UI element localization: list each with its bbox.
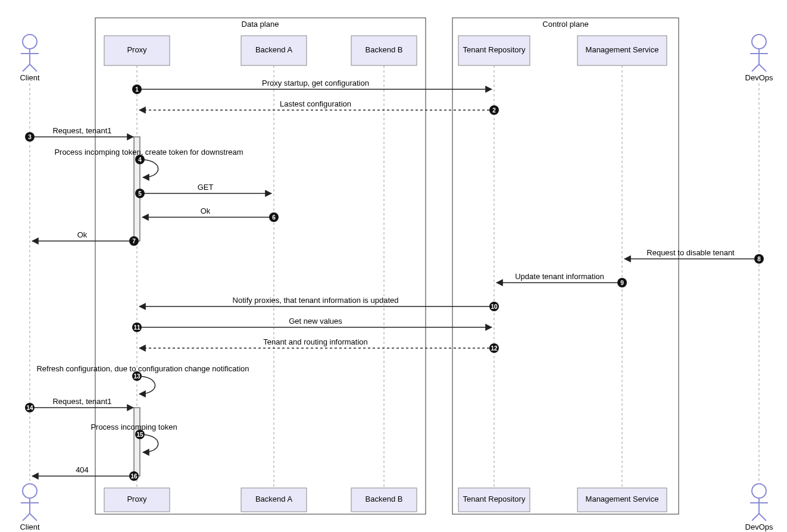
svg-text:Backend A: Backend A [255,495,292,503]
msg-11: Get new values [289,317,342,326]
svg-text:7: 7 [132,238,136,245]
participant-backenda-top: Backend A [241,36,307,65]
svg-point-90 [752,484,766,498]
svg-line-87 [23,514,30,521]
svg-text:1: 1 [135,86,139,93]
svg-text:Backend A: Backend A [255,45,292,54]
actor-devops-top: DevOps [745,35,773,82]
svg-text:Client: Client [20,522,40,531]
svg-text:DevOps: DevOps [745,73,773,82]
svg-text:Proxy: Proxy [127,45,147,54]
participant-tenantrepo-top: Tenant Repository [458,36,530,65]
svg-line-88 [30,514,37,521]
svg-text:3: 3 [28,134,32,140]
participant-backendb-top: Backend B [351,36,417,65]
svg-text:12: 12 [491,345,498,352]
svg-text:6: 6 [272,214,276,221]
svg-text:14: 14 [26,405,33,411]
svg-text:4: 4 [138,157,142,163]
msg-10: Notify proxies, that tenant information … [233,296,399,305]
svg-line-94 [759,514,766,521]
participant-backenda-bottom: Backend A [241,488,307,512]
msg-8: Request to disable tenant [647,248,735,257]
svg-text:Backend B: Backend B [366,495,403,503]
msg-15: Process incomping token [90,423,177,431]
msg-6: Ok [201,206,211,215]
svg-text:5: 5 [138,190,142,197]
svg-point-0 [23,35,37,49]
svg-text:Management Service: Management Service [586,495,659,503]
svg-text:8: 8 [757,256,761,262]
svg-text:DevOps: DevOps [745,522,773,531]
data-plane-label: Data plane [242,20,279,29]
svg-line-3 [23,64,30,71]
svg-line-10 [759,64,766,71]
msg-2: Lastest configuration [280,99,351,108]
svg-text:Client: Client [20,73,40,82]
svg-point-84 [23,484,37,498]
svg-text:15: 15 [136,431,143,438]
msg-16: 404 [76,465,89,474]
participant-tenantrepo-bottom: Tenant Repository [458,488,530,512]
msg-7: Ok [77,230,88,239]
participant-proxy-bottom: Proxy [104,488,170,512]
svg-text:Backend B: Backend B [366,45,403,54]
msg-3: Request, tenant1 [52,126,111,135]
control-plane-frame [452,18,679,514]
svg-text:10: 10 [491,303,498,310]
svg-text:13: 13 [133,373,140,380]
participant-mgmtsvc-top: Management Service [577,36,667,65]
svg-point-6 [752,35,766,49]
msg-5: GET [198,183,214,192]
svg-line-93 [752,514,759,521]
actor-devops-bottom: DevOps [745,484,773,531]
control-plane-label: Control plane [542,20,588,29]
msg-14: Request, tenant1 [52,397,111,406]
msg-9: Update tenant information [515,272,604,281]
svg-text:Management Service: Management Service [586,45,659,54]
svg-text:16: 16 [130,473,138,480]
sequence-diagram: Data plane Control plane Client DevOps P… [0,0,787,532]
msg-13: Refresh configuration, due to configurat… [36,364,249,373]
msg-4: Process incomping token, create token fo… [54,148,243,157]
svg-text:9: 9 [620,280,624,286]
activation-proxy-2 [134,408,140,476]
participant-backendb-bottom: Backend B [351,488,417,512]
data-plane-frame [95,18,426,514]
participant-mgmtsvc-bottom: Management Service [577,488,667,512]
msg-12: Tenant and routing information [263,337,368,346]
svg-text:11: 11 [133,324,140,331]
svg-text:Tenant Repository: Tenant Repository [463,45,526,54]
svg-line-4 [30,64,37,71]
svg-text:Proxy: Proxy [127,495,147,503]
msg-1: Proxy startup, get configuration [262,79,369,87]
svg-line-9 [752,64,759,71]
actor-client-top: Client [20,35,40,82]
svg-text:2: 2 [492,107,496,114]
svg-text:Tenant Repository: Tenant Repository [463,495,526,503]
participant-proxy-top: Proxy [104,36,170,65]
actor-client-bottom: Client [20,484,40,531]
